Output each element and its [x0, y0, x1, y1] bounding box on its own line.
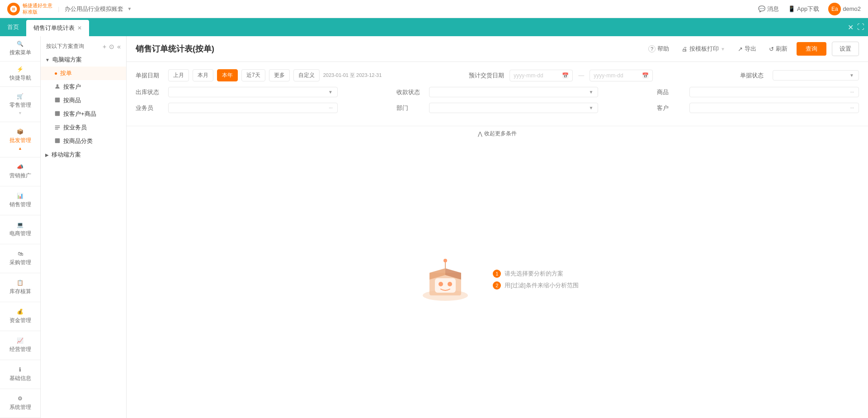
retail-expand-icon: ▼: [18, 111, 22, 115]
app-download-action[interactable]: 📱 App下载: [788, 5, 819, 13]
export-btn[interactable]: ↗ 导出: [734, 43, 760, 55]
scheme-by-category[interactable]: 按商品分类: [41, 134, 126, 148]
tab-bar-right: ✕ ⛶: [848, 23, 868, 32]
top-bar-right: 💬 消息 📱 App下载 Ea demo2: [758, 3, 861, 15]
scheme-by-goods[interactable]: 按商品: [41, 94, 126, 107]
step-2-number: 2: [493, 281, 501, 290]
collection-status-label: 收款状态: [396, 88, 424, 96]
expected-date-end[interactable]: yyyy-mm-dd 📅: [590, 70, 653, 81]
svg-rect-4: [55, 127, 60, 128]
collapse-bar[interactable]: ⋀ 收起更多条件: [127, 126, 868, 141]
delivery-status-label: 出库状态: [136, 88, 163, 96]
status-select[interactable]: ▼: [773, 70, 859, 81]
sidebar-item-system[interactable]: ⚙ 系统管理: [0, 389, 40, 418]
sidebar-item-basic-info[interactable]: ℹ 基础信息: [0, 360, 40, 389]
scheme-by-customer[interactable]: 按客户: [41, 80, 126, 94]
svg-point-0: [57, 84, 59, 86]
sidebar-item-sales[interactable]: 📊 销售管理: [0, 186, 40, 215]
filter-wrapper: 单据日期 上月 本月 本年 近7天 更多 自定义 2023-01-01 至 20…: [127, 62, 868, 141]
collapse-icon: ⋀: [478, 131, 482, 137]
help-icon: ?: [648, 45, 656, 52]
basic-info-icon: ℹ: [19, 366, 21, 373]
add-scheme-icon[interactable]: +: [103, 43, 106, 50]
date-btn-last-7-days[interactable]: 近7天: [241, 69, 265, 81]
svg-point-10: [439, 282, 443, 286]
sidebar-item-ecommerce[interactable]: 💻 电商管理: [0, 215, 40, 244]
app-title: 办公用品行业模拟账套: [65, 5, 123, 13]
page-actions: ? 帮助 🖨 按模板打印 ▼ ↗ 导出 ↺: [645, 42, 859, 56]
message-action[interactable]: 💬 消息: [758, 5, 779, 13]
sidebar-item-search[interactable]: 🔍 搜索菜单: [0, 36, 40, 62]
date-range-separator: —: [578, 72, 584, 79]
goods-scheme-icon: [54, 97, 61, 104]
empty-steps: 1 请先选择要分析的方案 2 用[过滤]条件来缩小分析范围: [493, 270, 578, 290]
sidebar-item-purchase[interactable]: 🛍 采购管理: [0, 244, 40, 273]
filter-row-1: 单据日期 上月 本月 本年 近7天 更多 自定义 2023-01-01 至 20…: [136, 69, 859, 81]
empty-content: 1 请先选择要分析的方案 2 用[过滤]条件来缩小分析范围: [416, 255, 578, 304]
empty-state: 1 请先选择要分析的方案 2 用[过滤]条件来缩小分析范围: [127, 141, 868, 418]
step-1-number: 1: [493, 270, 501, 278]
page-title: 销售订单统计表(按单): [136, 43, 214, 54]
expected-date-label: 预计交货日期: [469, 71, 504, 80]
help-btn[interactable]: ? 帮助: [645, 43, 673, 55]
sales-icon: 📊: [17, 193, 24, 199]
message-icon: 💬: [758, 5, 765, 12]
scheme-by-order[interactable]: ● 按单: [41, 66, 126, 80]
date-btn-custom[interactable]: 自定义: [293, 69, 320, 81]
date-btn-this-month[interactable]: 本月: [193, 69, 213, 81]
status-caret-icon: ▼: [849, 73, 854, 78]
goods-select[interactable]: ···: [689, 87, 859, 97]
pc-scheme-group[interactable]: ▼ 电脑端方案: [41, 53, 126, 66]
date-range-text: 2023-01-01 至 2023-12-31: [323, 72, 382, 79]
edit-scheme-icon[interactable]: ⊙: [109, 43, 114, 50]
user-profile[interactable]: Ea demo2: [828, 3, 861, 15]
collapse-panel-icon[interactable]: «: [117, 43, 121, 50]
scheme-by-customer-goods[interactable]: 按客户+商品: [41, 107, 126, 121]
department-label: 部门: [396, 104, 424, 112]
date-btn-last-month[interactable]: 上月: [168, 69, 189, 81]
date-btn-this-year[interactable]: 本年: [217, 69, 238, 81]
ecommerce-icon: 💻: [17, 222, 24, 228]
sidebar-item-quicknav[interactable]: ⚡ 快捷导航: [0, 62, 40, 87]
order-scheme-icon: ●: [54, 70, 57, 76]
svg-point-13: [443, 259, 447, 262]
sidebar-item-marketing[interactable]: 📣 营销推广: [0, 157, 40, 186]
svg-rect-3: [55, 125, 60, 126]
tab-home[interactable]: 首页: [0, 18, 26, 36]
top-bar-left: 畅捷通好生意 标准版 | 办公用品行业模拟账套 ▼: [7, 3, 132, 15]
empty-step-1: 1 请先选择要分析的方案: [493, 270, 578, 278]
tab-sales-stats[interactable]: 销售订单统计表 ✕: [26, 20, 89, 36]
expected-date-start[interactable]: yyyy-mm-dd 📅: [509, 70, 573, 81]
mobile-scheme-group[interactable]: ▶ 移动端方案: [41, 148, 126, 162]
delivery-status-select[interactable]: ▼: [168, 87, 338, 97]
print-template-btn[interactable]: 🖨 按模板打印 ▼: [678, 43, 729, 55]
customer-select[interactable]: ···: [689, 103, 859, 113]
salesperson-select[interactable]: ···: [168, 103, 338, 113]
collection-status-select[interactable]: ▼: [429, 87, 599, 97]
customer-goods-scheme-icon: [54, 110, 61, 118]
purchase-icon: 🛍: [18, 251, 23, 257]
wholesale-icon: 📦: [17, 128, 24, 135]
empty-step-2: 2 用[过滤]条件来缩小分析范围: [493, 281, 578, 290]
sidebar-item-wholesale[interactable]: 📦 批发管理 ▲: [0, 122, 40, 157]
date-btn-more[interactable]: 更多: [269, 69, 290, 81]
customer-scheme-icon: [54, 83, 61, 91]
tab-close-icon[interactable]: ✕: [77, 25, 82, 31]
category-scheme-icon: [54, 138, 61, 145]
sidebar-item-finance[interactable]: 💰 资金管理: [0, 302, 40, 331]
salesperson-more-icon: ···: [329, 105, 332, 110]
settings-button[interactable]: 设置: [832, 42, 859, 56]
sidebar-item-retail[interactable]: 🛒 零售管理 ▼: [0, 87, 40, 122]
fullscreen-icon[interactable]: ⛶: [857, 23, 864, 31]
department-select[interactable]: ▼: [429, 103, 599, 113]
refresh-btn[interactable]: ↺ 刷新: [765, 43, 791, 55]
wholesale-expand-icon: ▲: [18, 146, 22, 151]
svg-rect-5: [55, 128, 58, 129]
title-dropdown[interactable]: ▼: [127, 6, 132, 11]
close-window-icon[interactable]: ✕: [848, 23, 854, 32]
search-button[interactable]: 查询: [797, 42, 826, 56]
calendar-start-icon: 📅: [562, 72, 569, 79]
sidebar-item-management[interactable]: 📈 经营管理: [0, 331, 40, 360]
scheme-by-salesperson[interactable]: 按业务员: [41, 121, 126, 134]
sidebar-item-inventory[interactable]: 📋 库存核算: [0, 273, 40, 302]
